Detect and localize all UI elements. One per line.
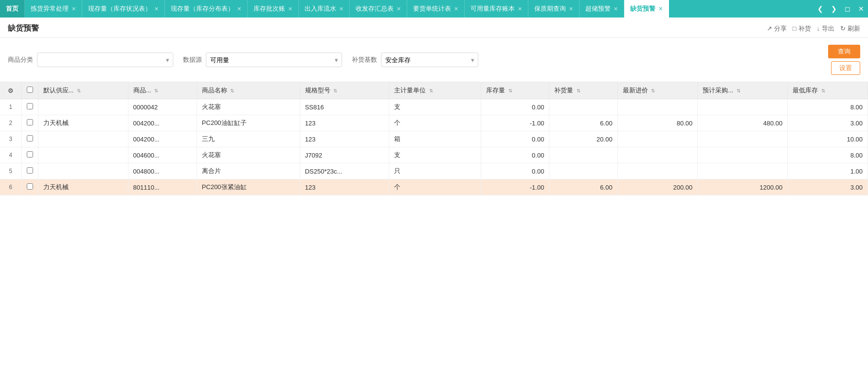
row-code-0: 0000042 [128,99,197,115]
row-code-2: 004200... [128,131,197,147]
page-header: 缺货预警 ↗ 分享 □ 补货 ↓ 导出 ↻ 刷新 [0,18,868,38]
row-checkbox-5 [21,179,38,195]
refresh-icon: ↻ [840,25,846,32]
query-button[interactable]: 查询 [828,45,860,58]
row-code-4: 004800... [128,163,197,179]
tab-batch[interactable]: 库存批次账 ✕ [248,0,299,18]
row-code-3: 004600... [128,147,197,163]
tab-close-all-button[interactable]: ✕ [854,0,868,18]
row-est-purchase-5: 1200.00 [698,179,788,195]
tab-available[interactable]: 可用量库存账本 ✕ [465,0,528,18]
tab-close-overstock[interactable]: ✕ [614,6,618,12]
tab-home[interactable]: 首页 [0,0,25,18]
tab-close-shortage[interactable]: ✕ [658,6,663,12]
tab-close-inout[interactable]: ✕ [339,6,344,12]
replenish-select[interactable]: 安全库存 [381,53,478,67]
row-spec-0: SS816 [300,99,389,115]
tab-restore-button[interactable]: ◻ [841,0,854,18]
name-sort-icon: ⇅ [230,88,234,93]
row-est-purchase-1: 480.00 [698,115,788,131]
row-check-0[interactable] [27,103,33,109]
row-spec-4: DS250*23c... [300,163,389,179]
row-check-1[interactable] [27,119,33,125]
category-select[interactable] [37,53,173,67]
tab-bar: 首页 拣货异常处理 ✕ 现存量（库存状况表） ✕ 现存量（库存分布表） ✕ 库存… [0,0,868,18]
row-supplier-4 [38,163,128,179]
th-latest-price[interactable]: 最新进价 ⇅ [617,82,698,99]
row-check-2[interactable] [27,135,33,141]
category-select-wrapper: ▾ [37,53,173,67]
est-purchase-sort-icon: ⇅ [737,88,741,93]
row-supplier-3 [38,147,128,163]
datasource-filter-group: 数据源 可用量 ▾ [183,53,342,67]
row-check-5[interactable] [27,183,33,190]
tab-close-inventory-dist[interactable]: ✕ [237,6,241,12]
settings-button[interactable]: 设置 [831,61,860,75]
export-icon: ↓ [817,25,820,32]
tab-collect[interactable]: 收发存汇总表 ✕ [350,0,407,18]
row-checkbox-2 [21,131,38,147]
tab-inout[interactable]: 出入库流水 ✕ [299,0,350,18]
select-all-checkbox[interactable] [27,87,33,93]
row-checkbox-3 [21,147,38,163]
th-unit[interactable]: 主计量单位 ⇅ [389,82,481,99]
row-check-4[interactable] [27,167,33,174]
tab-close-abnormal[interactable]: ✕ [72,6,76,12]
export-button[interactable]: ↓ 导出 [817,24,835,33]
tab-close-expiry[interactable]: ✕ [569,6,573,12]
row-name-1: PC200油缸缸子 [197,115,300,131]
supplier-sort-icon: ⇅ [77,88,81,93]
refresh-button[interactable]: ↻ 刷新 [840,24,860,33]
tab-prev-button[interactable]: ❮ [814,0,827,18]
row-replenish-1: 6.00 [549,115,617,131]
tab-close-requisition[interactable]: ✕ [454,6,458,12]
row-code-1: 004200... [128,115,197,131]
tab-expiry[interactable]: 保质期查询 ✕ [528,0,579,18]
th-supplier[interactable]: 默认供应... ⇅ [38,82,128,99]
th-spec[interactable]: 规格型号 ⇅ [300,82,389,99]
tab-overstock[interactable]: 超储预警 ✕ [579,0,624,18]
row-checkbox-1 [21,115,38,131]
latest-price-sort-icon: ⇅ [651,88,655,93]
row-spec-5: 123 [300,179,389,195]
row-unit-0: 支 [389,99,481,115]
row-latest-price-5: 200.00 [617,179,698,195]
page-content: 缺货预警 ↗ 分享 □ 补货 ↓ 导出 ↻ 刷新 商品分类 [0,18,868,387]
tab-abnormal[interactable]: 拣货异常处理 ✕ [25,0,82,18]
tab-close-available[interactable]: ✕ [518,6,522,12]
tab-close-inventory-status[interactable]: ✕ [154,6,159,12]
min-stock-sort-icon: ⇅ [821,88,825,93]
replenish-filter-group: 补货基数 安全库存 ▾ [352,53,478,67]
tab-shortage[interactable]: 缺货预警 ✕ [624,0,669,18]
row-unit-2: 箱 [389,131,481,147]
replenish-sort-icon: ⇅ [577,88,580,93]
replenish-button[interactable]: □ 补货 [793,24,811,33]
th-min-stock[interactable]: 最低库存 ⇅ [788,82,868,99]
th-spec-label: 规格型号 [305,87,330,94]
datasource-select[interactable]: 可用量 [206,53,342,67]
row-num-0: 1 [0,99,21,115]
row-min-stock-3: 8.00 [788,147,868,163]
row-latest-price-4 [617,163,698,179]
datasource-label: 数据源 [183,55,202,64]
th-gear: ⚙ [0,82,21,99]
tab-next-button[interactable]: ❯ [827,0,841,18]
table-area: ⚙ 默认供应... ⇅ 商品... ⇅ 商品名称 ⇅ [0,82,868,195]
tab-inventory-dist[interactable]: 现存量（库存分布表） ✕ [165,0,248,18]
th-est-purchase[interactable]: 预计采购... ⇅ [698,82,788,99]
th-replenish[interactable]: 补货量 ⇅ [549,82,617,99]
tab-close-collect[interactable]: ✕ [397,6,401,12]
row-supplier-0 [38,99,128,115]
share-button[interactable]: ↗ 分享 [767,24,787,33]
tab-close-batch[interactable]: ✕ [288,6,292,12]
row-supplier-5: 力天机械 [38,179,128,195]
row-check-3[interactable] [27,151,33,158]
tab-requisition[interactable]: 要货单统计表 ✕ [407,0,465,18]
column-settings-icon[interactable]: ⚙ [6,86,15,95]
th-name[interactable]: 商品名称 ⇅ [197,82,300,99]
row-est-purchase-2 [698,131,788,147]
th-stock[interactable]: 库存量 ⇅ [481,82,549,99]
row-stock-5: -1.00 [481,179,549,195]
tab-inventory-status[interactable]: 现存量（库存状况表） ✕ [82,0,165,18]
th-code[interactable]: 商品... ⇅ [128,82,197,99]
